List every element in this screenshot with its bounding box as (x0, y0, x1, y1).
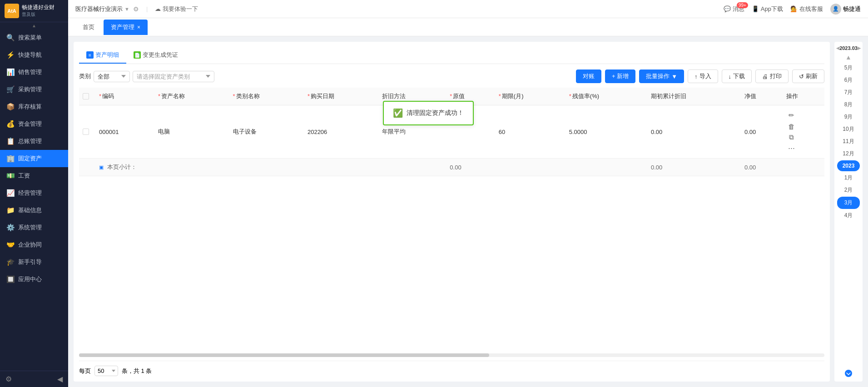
th-net-value: 净值 (741, 88, 783, 105)
timeline-item-7[interactable]: 7月 (834, 86, 863, 99)
sidebar-item-system[interactable]: ⚙️ 系统管理 (0, 219, 68, 236)
timeline-scroll-up[interactable]: ▲ (844, 53, 853, 62)
user-name: 畅捷通 (843, 5, 861, 13)
sub-tab-voucher[interactable]: 📄 变更生成凭证 (126, 47, 185, 64)
subtotal-initial-accumulated: 0.00 (647, 159, 741, 176)
tabbar: 首页 资产管理 × (68, 18, 868, 36)
th-period: *期限(月) (495, 88, 565, 105)
more-icon[interactable]: ⋯ (786, 143, 797, 154)
import-button[interactable]: ↑ 导入 (688, 69, 718, 83)
asset-table-wrapper: *编码 *资产名称 *类别名称 *购买日期 折旧方法 *原值 *期限(月) *残… (79, 88, 824, 350)
th-action: 操作 (783, 88, 824, 105)
message-icon: 💬 (724, 5, 731, 12)
table-row: 000001 电脑 电子设备 202206 年限平均 ✅ 清理固定资产成功！ (79, 105, 824, 159)
refresh-button[interactable]: ↺ 刷新 (792, 69, 824, 83)
online-service-btn[interactable]: 💁 在线客服 (790, 5, 823, 13)
content-area: ≡ 资产明细 📄 变更生成凭证 类别 全部 (68, 36, 868, 387)
search-icon: 🔍 (6, 34, 15, 42)
select-all-checkbox[interactable] (83, 93, 89, 99)
print-button[interactable]: 🖨 打印 (755, 69, 789, 83)
timeline-item-year[interactable]: 2023 (837, 160, 860, 171)
sidebar-scroll-up[interactable]: ▲ (0, 22, 68, 29)
new-button[interactable]: + 新增 (605, 69, 635, 83)
timeline-item-2[interactable]: 2月 (834, 184, 863, 196)
experience-btn[interactable]: ☁ 我要体验一下 (155, 5, 198, 13)
reconcile-button[interactable]: 对账 (576, 69, 601, 83)
sidebar-item-sales[interactable]: 📊 销售管理 (0, 64, 68, 81)
row-checkbox[interactable] (83, 129, 89, 135)
sidebar-item-app-center[interactable]: 🔲 应用中心 (0, 271, 68, 288)
message-btn[interactable]: 💬 消息 99+ (724, 5, 744, 13)
sidebar-bottom: ⚙ ◀ (0, 371, 68, 387)
td-purchase-date: 202206 (304, 105, 378, 159)
company-selector[interactable]: 医疗器械行业演示 ▼ ⚙ (75, 5, 139, 13)
th-checkbox (79, 88, 95, 105)
timeline-item-4[interactable]: 4月 (834, 209, 863, 222)
download-button[interactable]: ↓ 下载 (722, 69, 752, 83)
download-icon2: ↓ (729, 73, 732, 80)
timeline-item-6[interactable]: 6月 (834, 74, 863, 86)
timeline-item-5[interactable]: 5月 (834, 62, 863, 74)
sidebar-item-fixed-assets[interactable]: 🏢 固定资产 (0, 150, 68, 167)
sidebar-item-salary[interactable]: 💵 工资 (0, 167, 68, 184)
app-download-btn[interactable]: 📱 App下载 (752, 5, 783, 13)
sidebar-item-finance[interactable]: 💰 资金管理 (0, 115, 68, 133)
timeline-header: ◀ 2023.03 ▶ (834, 44, 863, 53)
subtotal-net-value: 0.00 (741, 159, 783, 176)
sidebar-item-search[interactable]: 🔍 搜索菜单 (0, 29, 68, 46)
batch-dropdown-icon: ▼ (671, 73, 677, 80)
sidebar-item-quick-nav[interactable]: ⚡ 快捷导航 (0, 46, 68, 64)
timeline-item-1[interactable]: 1月 (834, 172, 863, 184)
experience-icon: ☁ (155, 5, 161, 12)
batch-button[interactable]: 批量操作 ▼ (639, 69, 684, 83)
th-residual-rate: *残值率(%) (565, 88, 647, 105)
sidebar-item-basic-info[interactable]: 📁 基础信息 (0, 202, 68, 219)
scrollbar-thumb (79, 353, 489, 357)
tab-close-icon[interactable]: × (137, 24, 140, 30)
category-filter-select[interactable]: 全部 (94, 71, 130, 82)
per-page-select[interactable]: 50 100 (94, 366, 118, 376)
ledger-icon: 📋 (6, 137, 15, 145)
timeline-item-12[interactable]: 12月 (834, 148, 863, 160)
filter-category-label: 类别 (79, 72, 91, 80)
service-icon: 💁 (790, 5, 798, 12)
operations-icon: 📈 (6, 189, 15, 197)
td-category: 电子设备 (229, 105, 304, 159)
settings-icon[interactable]: ⚙ (5, 375, 12, 383)
user-menu[interactable]: 👤 畅捷通 (830, 4, 861, 15)
sidebar-item-collab[interactable]: 🤝 企业协同 (0, 236, 68, 253)
basic-info-icon: 📁 (6, 206, 15, 214)
timeline-item-current-3[interactable]: 3月 (837, 197, 860, 209)
sidebar-item-purchase[interactable]: 🛒 采购管理 (0, 81, 68, 98)
timeline-expand-icon[interactable]: ▶ (858, 46, 861, 50)
settings-gear-icon[interactable]: ⚙ (133, 5, 139, 13)
asset-category-select[interactable]: 请选择固定资产类别 (133, 71, 214, 82)
toolbar-left: 类别 全部 请选择固定资产类别 (79, 71, 214, 82)
delete-icon[interactable]: 🗑 (786, 121, 797, 132)
tab-asset-management[interactable]: 资产管理 × (104, 20, 148, 35)
pagination: 每页 50 100 条，共 1 条 (79, 361, 824, 376)
user-avatar: 👤 (830, 4, 841, 15)
total-count-label: 条，共 1 条 (122, 367, 152, 375)
timeline-item-11[interactable]: 11月 (834, 135, 863, 148)
sidebar-item-guide[interactable]: 🎓 新手引导 (0, 253, 68, 271)
collapse-icon[interactable]: ◀ (57, 375, 63, 383)
timeline-item-8[interactable]: 8月 (834, 99, 863, 111)
edit-icon[interactable]: ✏ (786, 110, 797, 121)
sidebar-item-ledger[interactable]: 📋 总账管理 (0, 133, 68, 150)
timeline-collapse-icon[interactable]: ◀ (836, 46, 839, 50)
sidebar-item-inventory[interactable]: 📦 库存核算 (0, 98, 68, 115)
tab-home[interactable]: 首页 (75, 20, 102, 35)
sub-tab-asset-detail[interactable]: ≡ 资产明细 (79, 47, 126, 64)
timeline-item-9[interactable]: 9月 (834, 111, 863, 123)
timeline-scroll-down[interactable] (843, 368, 853, 380)
horizontal-scrollbar[interactable] (79, 353, 824, 357)
quick-nav-icon: ⚡ (6, 51, 15, 59)
company-dropdown-icon: ▼ (124, 6, 129, 12)
toolbar-right: 对账 + 新增 批量操作 ▼ ↑ 导入 ↓ 下载 (576, 69, 824, 83)
sidebar-item-operations[interactable]: 📈 经营管理 (0, 184, 68, 202)
timeline-panel: ◀ 2023.03 ▶ ▲ 5月 6月 7月 8月 9月 10月 11月 12月… (834, 42, 863, 382)
timeline-item-10[interactable]: 10月 (834, 123, 863, 135)
td-code: 000001 (95, 105, 154, 159)
copy-icon[interactable]: ⧉ (786, 132, 797, 143)
